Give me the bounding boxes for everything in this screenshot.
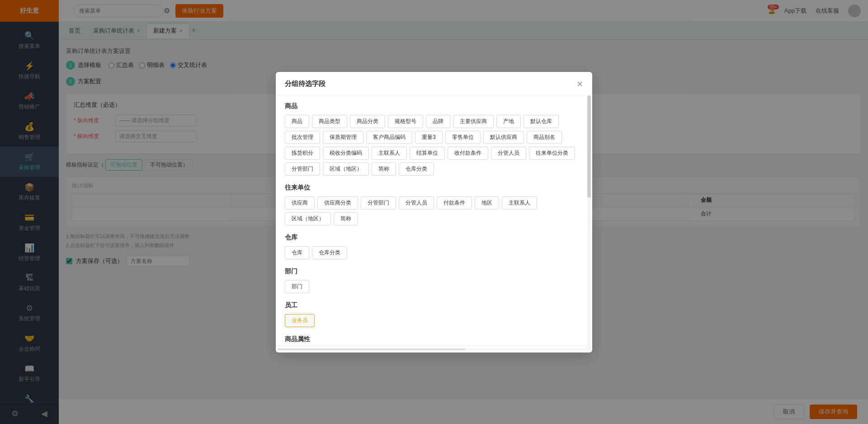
field-tag-1-4[interactable]: 付款条件 (437, 196, 472, 210)
field-tag-0-4[interactable]: 品牌 (426, 115, 450, 128)
field-tag-0-7[interactable]: 默认仓库 (524, 115, 559, 128)
field-tag-0-11[interactable]: 重量3 (415, 131, 443, 144)
field-tags-grid-3: 部门 (285, 280, 583, 293)
modal-section-2: 仓库仓库仓库分类 (285, 233, 583, 259)
field-tag-0-3[interactable]: 规格型号 (388, 115, 423, 128)
field-tag-0-0[interactable]: 商品 (285, 115, 309, 128)
field-tag-0-22[interactable]: 分管部门 (285, 162, 320, 176)
modal-section-0: 商品商品商品类型商品分类规格型号品牌主要供应商产地默认仓库批次管理保质期管理客户… (285, 102, 583, 176)
modal-section-1: 往来单位供应商供应商分类分管部门分管人员付款条件地区主联系人区域（地区）简称 (285, 184, 583, 225)
field-tag-0-17[interactable]: 主联系人 (372, 147, 407, 160)
field-tag-1-7[interactable]: 区域（地区） (285, 212, 331, 225)
section-title-0: 商品 (285, 102, 583, 110)
field-tag-0-21[interactable]: 往来单位分类 (529, 147, 575, 160)
field-tag-0-2[interactable]: 商品分类 (350, 115, 385, 128)
scroll-thumb (587, 95, 591, 198)
field-tag-0-6[interactable]: 产地 (496, 115, 521, 128)
modal-body: 商品商品商品类型商品分类规格型号品牌主要供应商产地默认仓库批次管理保质期管理客户… (276, 95, 592, 346)
field-tag-0-24[interactable]: 简称 (372, 162, 396, 176)
field-tag-0-10[interactable]: 客户商品编码 (366, 131, 412, 144)
field-tags-grid-2: 仓库仓库分类 (285, 246, 583, 259)
field-tag-0-20[interactable]: 分管人员 (491, 147, 526, 160)
field-tag-1-6[interactable]: 主联系人 (502, 196, 537, 210)
section-title-5: 商品属性 (285, 335, 583, 343)
field-tag-0-8[interactable]: 批次管理 (285, 131, 320, 144)
field-tag-3-0[interactable]: 部门 (285, 280, 309, 293)
field-tag-1-5[interactable]: 地区 (475, 196, 499, 210)
modal-overlay: 分组待选字段 ✕ 商品商品商品类型商品分类规格型号品牌主要供应商产地默认仓库批次… (0, 0, 868, 424)
field-tag-0-1[interactable]: 商品类型 (312, 115, 347, 128)
modal-title: 分组待选字段 (285, 80, 326, 88)
field-tag-1-0[interactable]: 供应商 (285, 196, 315, 210)
field-tag-0-9[interactable]: 保质期管理 (323, 131, 363, 144)
field-tag-1-3[interactable]: 分管人员 (399, 196, 434, 210)
field-tag-0-14[interactable]: 商品别名 (527, 131, 562, 144)
field-tag-2-0[interactable]: 仓库 (285, 246, 309, 259)
field-tag-1-8[interactable]: 简称 (334, 212, 358, 225)
hscroll-thumb (278, 348, 465, 350)
modal-header: 分组待选字段 ✕ (276, 72, 592, 95)
field-tag-0-23[interactable]: 区域（地区） (323, 162, 369, 176)
scroll-track (587, 95, 591, 351)
field-tags-grid-0: 商品商品类型商品分类规格型号品牌主要供应商产地默认仓库批次管理保质期管理客户商品… (285, 115, 583, 176)
field-tag-1-1[interactable]: 供应商分类 (317, 196, 358, 210)
field-tags-grid-1: 供应商供应商分类分管部门分管人员付款条件地区主联系人区域（地区）简称 (285, 196, 583, 225)
field-tag-0-16[interactable]: 税收分类编码 (323, 147, 369, 160)
section-title-1: 往来单位 (285, 184, 583, 192)
section-title-4: 员工 (285, 301, 583, 310)
modal-section-4: 员工业务员 (285, 301, 583, 327)
field-tag-0-18[interactable]: 结算单位 (410, 147, 445, 160)
field-tag-2-1[interactable]: 仓库分类 (312, 246, 347, 259)
modal-section-5: 商品属性属性颜色多规格尺码鞋码1 (285, 335, 583, 346)
section-title-3: 部门 (285, 267, 583, 276)
field-tag-0-12[interactable]: 零售单位 (445, 131, 481, 144)
field-tag-0-25[interactable]: 仓库分类 (399, 162, 434, 176)
field-tag-1-2[interactable]: 分管部门 (361, 196, 396, 210)
field-tag-0-13[interactable]: 默认供应商 (483, 131, 524, 144)
section-title-2: 仓库 (285, 233, 583, 242)
modal-dialog: 分组待选字段 ✕ 商品商品商品类型商品分类规格型号品牌主要供应商产地默认仓库批次… (276, 72, 592, 353)
field-tag-0-15[interactable]: 拣货积分 (285, 147, 320, 160)
hscroll-track (278, 348, 590, 350)
field-tag-0-19[interactable]: 收付款条件 (448, 147, 488, 160)
field-tag-0-5[interactable]: 主要供应商 (453, 115, 494, 128)
modal-hscroll (276, 346, 592, 352)
field-tags-grid-4: 业务员 (285, 314, 583, 327)
modal-close-icon[interactable]: ✕ (576, 79, 583, 89)
modal-section-3: 部门部门 (285, 267, 583, 293)
field-tag-4-0[interactable]: 业务员 (285, 314, 315, 327)
